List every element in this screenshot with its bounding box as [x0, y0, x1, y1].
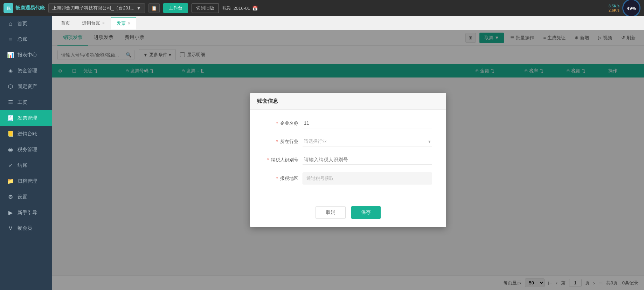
- funds-icon: ◈: [7, 67, 14, 74]
- app-name: 畅康通易代账: [15, 5, 45, 11]
- tab-invoice-label: 发票: [117, 20, 126, 27]
- required-mark4: *: [276, 176, 278, 181]
- sidebar-item-label: 发票管理: [18, 115, 37, 121]
- company-name-input[interactable]: [303, 118, 432, 128]
- sidebar-item-reports[interactable]: 📊 报表中心: [0, 47, 52, 63]
- required-mark: *: [276, 121, 278, 126]
- cancel-button[interactable]: 取消: [316, 206, 346, 219]
- salary-icon: ☰: [7, 99, 14, 106]
- industry-row: * 所在行业 请选择行业 ▾: [264, 136, 432, 147]
- sidebar-item-label: 设置: [18, 194, 27, 200]
- dialog-body: * 企业名称 * 所在行业 请选择行业 ▾: [250, 110, 446, 201]
- tab-purchase-sale-close[interactable]: ×: [102, 21, 105, 26]
- chevron-down-icon: ▾: [428, 139, 431, 144]
- sidebar-item-label: 资金管理: [18, 68, 37, 74]
- sidebar-item-label: 税务管理: [18, 147, 37, 153]
- speed-values: 8.5K/s 2.6K/s: [609, 4, 619, 12]
- tax-icon: ◉: [7, 146, 14, 153]
- content-area: 销项发票 进项发票 费用小票 ⊞ 取票 ▼ ☰ 批量: [52, 30, 644, 290]
- tax-region-field: 通过税号获取: [303, 173, 432, 184]
- save-button[interactable]: 保存: [351, 206, 381, 219]
- sidebar-item-invoice[interactable]: 🧾 发票管理: [0, 110, 52, 126]
- tax-region-label: * 报税地区: [264, 175, 303, 182]
- sidebar-item-ledger[interactable]: ≡ 总账: [0, 32, 52, 47]
- workbench-button[interactable]: 工作台: [163, 3, 188, 13]
- app-logo: 账 畅康通易代账: [4, 3, 45, 13]
- speed-percentage: 49%: [627, 6, 636, 11]
- tab-purchase-sale-label: 进销台账: [82, 20, 100, 26]
- account-info-dialog: 账套信息 * 企业名称 * 所在行业: [250, 93, 446, 227]
- sidebar-item-settings[interactable]: ⚙ 设置: [0, 189, 52, 205]
- reports-icon: 📊: [7, 52, 14, 58]
- sidebar-item-label: 总账: [18, 36, 27, 42]
- settings-icon: ⚙: [7, 194, 14, 200]
- purchase-sale-icon: 📒: [7, 130, 14, 137]
- download-speed: 2.6K/s: [609, 8, 619, 12]
- sidebar-item-label: 工资: [18, 99, 27, 106]
- calendar-icon[interactable]: 📅: [252, 6, 258, 11]
- checkout-icon: ✓: [7, 162, 14, 169]
- tab-home[interactable]: 首页: [55, 17, 76, 29]
- topbar-right: 8.5K/s 2.6K/s 49%: [609, 0, 640, 17]
- tab-invoice-close[interactable]: ×: [128, 21, 130, 26]
- upload-speed: 8.5K/s: [609, 4, 619, 8]
- tax-id-label: * 纳税人识别号: [264, 157, 303, 163]
- main-content: 首页 进销台账 × 发票 × 销项发票 进项发票 费用小票: [52, 16, 644, 290]
- company-name: 上海卯金刀电子科技有限公司_（台201...: [52, 5, 134, 11]
- home-icon: ⌂: [7, 21, 14, 27]
- copy-icon-btn[interactable]: 📋: [148, 3, 160, 13]
- sidebar-item-label: 首页: [18, 21, 27, 27]
- sidebar-item-funds[interactable]: ◈ 资金管理: [0, 63, 52, 79]
- tax-region-row: * 报税地区 通过税号获取: [264, 173, 432, 184]
- sidebar-item-label: 畅会员: [18, 225, 32, 231]
- tab-bar: 首页 进销台账 × 发票 ×: [52, 16, 644, 30]
- sidebar-item-archive[interactable]: 📁 归档管理: [0, 173, 52, 189]
- sidebar-item-label: 结账: [18, 162, 27, 169]
- logo-icon: 账: [4, 3, 13, 13]
- sidebar-item-label: 归档管理: [18, 178, 37, 184]
- company-selector[interactable]: 上海卯金刀电子科技有限公司_（台201... ▼: [48, 3, 145, 13]
- tab-purchase-sale[interactable]: 进销台账 ×: [76, 17, 110, 29]
- sidebar-item-checkout[interactable]: ✓ 结账: [0, 157, 52, 173]
- topbar: 账 畅康通易代账 上海卯金刀电子科技有限公司_（台201... ▼ 📋 工作台 …: [0, 0, 644, 16]
- old-version-button[interactable]: 切到旧版: [192, 3, 219, 13]
- guide-icon: ▶: [7, 209, 14, 216]
- sidebar-item-assets[interactable]: ⬡ 固定资产: [0, 79, 52, 94]
- sidebar-item-label: 进销台账: [18, 131, 37, 137]
- industry-placeholder: 请选择行业: [304, 138, 327, 144]
- sidebar-item-home[interactable]: ⌂ 首页: [0, 16, 52, 32]
- assets-icon: ⬡: [7, 83, 14, 90]
- chevron-down-icon: ▼: [137, 6, 141, 11]
- invoice-icon: 🧾: [7, 115, 14, 121]
- period-info: 账期 2016-01 📅: [222, 5, 258, 11]
- sidebar-item-label: 报表中心: [18, 52, 37, 58]
- industry-label: * 所在行业: [264, 139, 303, 145]
- required-mark3: *: [267, 157, 269, 162]
- sidebar-item-salary[interactable]: ☰ 工资: [0, 94, 52, 110]
- tab-home-label: 首页: [61, 20, 70, 26]
- company-name-label: * 企业名称: [264, 120, 303, 127]
- member-icon: V: [7, 225, 14, 231]
- sidebar-item-label: 固定资产: [18, 83, 37, 90]
- tax-region-placeholder: 通过税号获取: [306, 176, 334, 181]
- required-mark2: *: [276, 139, 278, 144]
- copy-icon: 📋: [151, 6, 157, 11]
- dialog-title: 账套信息: [250, 93, 446, 110]
- period-label: 账期: [222, 5, 231, 11]
- sidebar-item-tax[interactable]: ◉ 税务管理: [0, 142, 52, 157]
- tax-id-row: * 纳税人识别号: [264, 155, 432, 165]
- sidebar-item-guide[interactable]: ▶ 新手引导: [0, 205, 52, 221]
- sidebar-item-member[interactable]: V 畅会员: [0, 221, 52, 236]
- period-value: 2016-01: [234, 6, 250, 11]
- ledger-icon: ≡: [7, 36, 14, 42]
- industry-select[interactable]: 请选择行业 ▾: [303, 136, 432, 147]
- sidebar-item-purchase-sale[interactable]: 📒 进销台账: [0, 126, 52, 142]
- modal-overlay: 账套信息 * 企业名称 * 所在行业: [52, 30, 644, 290]
- company-name-row: * 企业名称: [264, 118, 432, 128]
- speed-indicator: 49%: [622, 0, 640, 17]
- tax-id-input[interactable]: [303, 155, 432, 165]
- sidebar: ⌂ 首页 ≡ 总账 📊 报表中心 ◈ 资金管理 ⬡ 固定资产 ☰ 工资 🧾 发票…: [0, 16, 52, 290]
- archive-icon: 📁: [7, 178, 14, 184]
- tab-invoice[interactable]: 发票 ×: [111, 17, 136, 29]
- sidebar-item-label: 新手引导: [18, 210, 37, 216]
